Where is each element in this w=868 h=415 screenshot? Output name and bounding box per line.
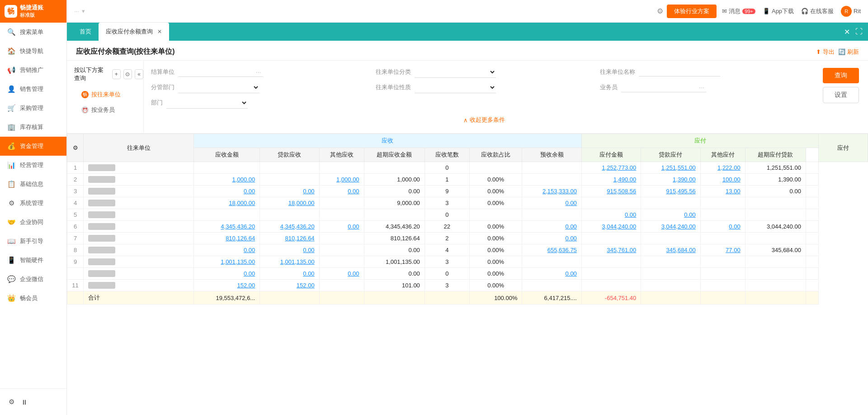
- page-content: 应收应付余额查询(按往来单位) ⬆ 导出 🔄 刷新: [67, 41, 868, 415]
- collapse-scheme-btn[interactable]: «: [135, 69, 143, 79]
- settlement-input[interactable]: [180, 68, 256, 75]
- unit-cell[interactable]: [84, 268, 194, 280]
- salesperson-input-wrap: ···: [621, 83, 706, 92]
- sidebar-item-sales[interactable]: 👤 销售管理: [0, 80, 66, 99]
- scheme-by-unit[interactable]: 畅 按往来单位: [74, 87, 143, 102]
- unit-cell[interactable]: [84, 256, 194, 268]
- table-row: 4 18,000.0018,000.009,000.0030.00%0.00: [67, 197, 868, 209]
- scheme-header: 按以下方案查询 + ⊙ «: [74, 66, 143, 82]
- user-avatar[interactable]: R Rit: [841, 6, 861, 17]
- sidebar-item-system[interactable]: ⚙ 系统管理: [0, 194, 66, 213]
- sidebar-item-search[interactable]: 🔍 搜索菜单: [0, 23, 66, 42]
- unit-cell[interactable]: [84, 162, 194, 174]
- tab-close-window-icon[interactable]: ✕: [844, 28, 850, 36]
- page-header-actions: ⬆ 导出 🔄 刷新: [816, 48, 859, 56]
- solution-btn[interactable]: 体验行业方案: [667, 5, 717, 18]
- total-receivable-amount[interactable]: 19,553,472,6...: [194, 291, 260, 305]
- sidebar-item-nav[interactable]: 🏠 快捷导航: [0, 42, 66, 61]
- settlement-dots-icon[interactable]: ···: [256, 68, 261, 76]
- th-payable-other: 其他应付: [700, 148, 745, 162]
- nature-select[interactable]: [415, 81, 496, 93]
- wechat-icon: 💬: [7, 275, 15, 283]
- collapse-btn[interactable]: ∧ 收起更多条件: [458, 114, 510, 126]
- basic-icon: 📋: [7, 180, 15, 188]
- unit-cell[interactable]: [84, 233, 194, 244]
- unit-cell[interactable]: [84, 221, 194, 233]
- finance-icon: 💰: [7, 142, 15, 150]
- topbar-center: ⚙ 体验行业方案: [657, 5, 717, 18]
- sidebar-item-enterprise[interactable]: 🤝 企业协同: [0, 213, 66, 232]
- refresh-btn[interactable]: 🔄 刷新: [838, 48, 859, 56]
- unit-cell[interactable]: [84, 209, 194, 221]
- dept-select[interactable]: [178, 81, 259, 93]
- th-payable-group: 应付: [581, 134, 819, 148]
- sidebar-settings[interactable]: ⚙ ⏸: [0, 392, 66, 411]
- th-receivable-overdue: 超期应收金额: [364, 148, 425, 162]
- sidebar-item-guide[interactable]: 📖 新手引导: [0, 232, 66, 251]
- total-receivable-ratio: 100.00%: [469, 291, 522, 305]
- message-btn[interactable]: ✉ 消息 99+: [722, 7, 755, 15]
- purchase-icon: 🛒: [7, 104, 15, 112]
- dept2-select[interactable]: [166, 97, 248, 109]
- add-scheme-btn[interactable]: +: [112, 69, 121, 79]
- filter-fields: 结算单位 ··· 往来单位分类: [144, 61, 817, 133]
- filter-col-settlement: 结算单位 ···: [151, 67, 368, 77]
- filter-row-3: 部门: [151, 97, 817, 109]
- unit-cell[interactable]: [84, 244, 194, 256]
- sidebar-item-member[interactable]: 👑 畅会员: [0, 289, 66, 308]
- tab-expand-icon[interactable]: ⛶: [855, 28, 863, 36]
- salesperson-input[interactable]: [623, 84, 699, 91]
- sidebar-item-purchase[interactable]: 🛒 采购管理: [0, 99, 66, 118]
- settings-scheme-btn[interactable]: ⊙: [123, 69, 132, 79]
- th-receivable-count: 应收笔数: [425, 148, 469, 162]
- avatar: R: [841, 6, 852, 17]
- sidebar-item-finance[interactable]: 💰 资金管理: [0, 137, 66, 156]
- scheme-panel: 按以下方案查询 + ⊙ « 畅 按往来单位 ⏰ 按业务员: [67, 61, 144, 133]
- sidebar-item-wechat[interactable]: 💬 企业微信: [0, 270, 66, 289]
- table-row: 11 152.00152.00101.0030.00%: [67, 280, 868, 291]
- total-receivable-overdue: [364, 291, 425, 305]
- table-row: 5 00.000.00: [67, 209, 868, 221]
- category-select[interactable]: [415, 66, 496, 78]
- th-unit: 往来单位: [84, 134, 194, 162]
- salesperson-dots-icon[interactable]: ···: [699, 84, 704, 91]
- tab-home[interactable]: 首页: [72, 23, 99, 41]
- online-service-btn[interactable]: 🎧 在线客服: [801, 7, 834, 15]
- total-payable-x: [806, 291, 818, 305]
- settlement-input-wrap: ···: [178, 67, 263, 77]
- tab-close-icon[interactable]: ✕: [157, 29, 162, 35]
- sidebar-item-basic[interactable]: 📋 基础信息: [0, 175, 66, 194]
- settings-icon: ⚙: [7, 398, 15, 406]
- table-section: ⚙ 往来单位 应收 应付 应付 应收金额 贷款应收 其他应收 超期应收金额 应收…: [67, 134, 868, 332]
- tab-controls: ✕ ⛶: [844, 28, 863, 36]
- th-receivable-ratio: 应收款占比: [469, 148, 522, 162]
- unit-cell[interactable]: [84, 174, 194, 186]
- breadcrumb-text: ···: [74, 8, 79, 14]
- unit-cell[interactable]: [84, 280, 194, 291]
- export-btn[interactable]: ⬆ 导出: [816, 48, 835, 56]
- topbar: ··· ▾ ⚙ 体验行业方案 ✉ 消息 99+ 📱 App下载 🎧 在线客服 R: [67, 0, 868, 23]
- breadcrumb-sep: ▾: [82, 8, 85, 14]
- filter-row-2: 分管部门 往来单位性质 业务员: [151, 81, 817, 93]
- scheme-unit-icon: 畅: [81, 91, 89, 98]
- home-icon: 🏠: [7, 47, 15, 55]
- breadcrumb: ··· ▾: [74, 8, 651, 14]
- tab-arquery[interactable]: 应收应付余额查询 ✕: [99, 23, 169, 41]
- th-receivable-other: 其他应收: [319, 148, 364, 162]
- th-settings[interactable]: ⚙: [67, 134, 84, 162]
- gear-icon[interactable]: ⚙: [657, 7, 663, 15]
- query-btn[interactable]: 查询: [823, 68, 859, 83]
- sidebar-item-operations[interactable]: 📊 经营管理: [0, 156, 66, 175]
- set-btn[interactable]: 设置: [823, 87, 859, 103]
- unit-cell[interactable]: [84, 186, 194, 197]
- unitname-input[interactable]: [641, 68, 718, 75]
- system-icon: ⚙: [7, 199, 15, 207]
- app-download-btn[interactable]: 📱 App下载: [763, 7, 794, 15]
- scheme-by-staff[interactable]: ⏰ 按业务员: [74, 102, 143, 118]
- filter-col-unitname: 往来单位名称: [600, 67, 817, 76]
- unit-cell[interactable]: [84, 197, 194, 209]
- refresh-icon: 🔄: [838, 48, 845, 55]
- sidebar-item-hardware[interactable]: 📱 智能硬件: [0, 251, 66, 270]
- sidebar-item-marketing[interactable]: 📢 营销推广: [0, 61, 66, 80]
- sidebar-item-inventory[interactable]: 🏢 库存核算: [0, 118, 66, 137]
